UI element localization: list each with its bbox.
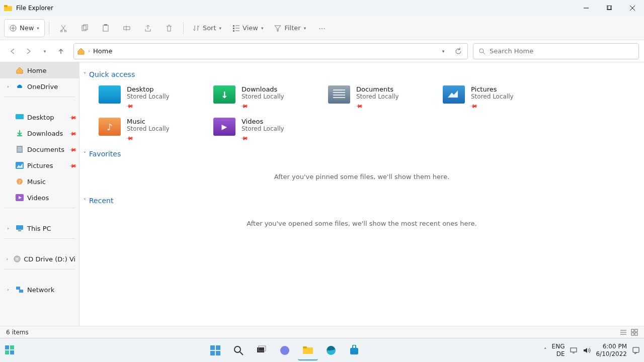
recent-locations-button[interactable]: ▾ xyxy=(37,44,52,59)
search-box[interactable] xyxy=(473,43,639,59)
taskbar-chat[interactable] xyxy=(275,340,295,360)
filter-button[interactable]: Filter ▾ xyxy=(269,19,311,37)
window-title: File Explorer xyxy=(16,5,53,12)
taskbar-start[interactable] xyxy=(205,340,225,360)
svg-rect-50 xyxy=(5,350,9,354)
section-recent[interactable]: ˅ Recent xyxy=(84,195,640,210)
up-button[interactable] xyxy=(53,44,68,59)
minimize-button[interactable] xyxy=(575,0,598,16)
quick-access-desktop[interactable]: Desktop Stored Locally 📌 xyxy=(84,83,198,116)
notification-icon xyxy=(632,346,640,354)
quick-access-music[interactable]: Music Stored Locally 📌 xyxy=(84,116,198,148)
delete-icon xyxy=(165,24,173,32)
breadcrumb-home[interactable]: Home xyxy=(93,47,112,55)
tiles-view-button[interactable] xyxy=(631,329,638,336)
sidebar-item-downloads[interactable]: Downloads 📌 xyxy=(0,125,79,141)
share-button[interactable] xyxy=(138,19,158,37)
videos-icon xyxy=(15,193,24,202)
folder-icon xyxy=(302,345,313,355)
svg-point-60 xyxy=(280,346,289,355)
address-dropdown[interactable]: ▾ xyxy=(437,49,449,54)
paste-button[interactable] xyxy=(96,19,116,37)
time: 6:00 PM xyxy=(596,343,627,350)
svg-rect-51 xyxy=(10,350,14,354)
more-button[interactable]: ⋯ xyxy=(312,19,332,37)
forward-button[interactable] xyxy=(21,44,36,59)
sidebar-item-home[interactable]: Home xyxy=(0,62,79,78)
videos-icon xyxy=(213,118,235,136)
taskbar-widgets[interactable] xyxy=(4,344,16,356)
network-tray-icon[interactable] xyxy=(570,347,578,354)
chevron-down-icon: ▾ xyxy=(304,26,306,31)
sidebar-item-onedrive[interactable]: › OneDrive xyxy=(0,78,79,95)
sidebar-item-network[interactable]: › Network xyxy=(0,282,79,298)
svg-rect-40 xyxy=(19,290,23,293)
quick-access-documents[interactable]: Documents Stored Locally 📌 xyxy=(313,83,428,116)
svg-rect-19 xyxy=(233,28,234,29)
taskview-icon xyxy=(256,345,267,356)
taskbar-taskview[interactable] xyxy=(252,340,272,360)
refresh-button[interactable] xyxy=(452,48,464,55)
quick-access-downloads[interactable]: Downloads Stored Locally 📌 xyxy=(198,83,313,116)
notifications-tray-icon[interactable] xyxy=(632,346,640,354)
close-button[interactable] xyxy=(621,0,644,16)
clock[interactable]: 6:00 PM 6/10/2022 xyxy=(596,343,627,357)
svg-point-24 xyxy=(479,49,484,53)
svg-rect-26 xyxy=(16,114,24,119)
taskbar-edge[interactable] xyxy=(321,340,341,360)
quick-access-videos[interactable]: Videos Stored Locally 📌 xyxy=(198,116,313,148)
edge-icon xyxy=(326,345,337,356)
sidebar-item-label: CD Drive (D:) Virtua xyxy=(24,255,76,263)
volume-icon xyxy=(583,347,591,354)
sidebar-item-cddrive[interactable]: › CD Drive (D:) Virtua xyxy=(0,251,79,267)
cut-button[interactable] xyxy=(53,19,73,37)
volume-tray-icon[interactable] xyxy=(583,347,591,354)
sidebar-item-desktop[interactable]: Desktop 📌 xyxy=(0,109,79,125)
pc-icon xyxy=(15,224,24,233)
pictures-icon xyxy=(15,161,24,170)
sidebar-item-thispc[interactable]: › This PC xyxy=(0,220,79,236)
chevron-down-icon: ˅ xyxy=(84,198,86,204)
maximize-button[interactable] xyxy=(598,0,621,16)
title-bar: File Explorer xyxy=(0,0,644,16)
section-label: Quick access xyxy=(89,70,135,78)
pin-icon: 📌 xyxy=(355,102,363,110)
delete-button[interactable] xyxy=(159,19,179,37)
new-button[interactable]: New ▾ xyxy=(4,19,45,37)
tray-overflow[interactable]: ˄ xyxy=(544,347,547,353)
section-quick-access[interactable]: ˅ Quick access xyxy=(84,68,640,83)
date: 6/10/2022 xyxy=(596,350,627,357)
language-indicator[interactable]: ENG DE xyxy=(552,343,565,357)
back-button[interactable] xyxy=(5,44,20,59)
copy-button[interactable] xyxy=(74,19,95,37)
network-icon xyxy=(15,285,24,294)
search-input[interactable] xyxy=(490,47,633,55)
address-bar[interactable]: › Home ▾ xyxy=(73,43,468,59)
svg-rect-62 xyxy=(303,346,307,348)
sidebar-item-label: Documents xyxy=(27,146,64,153)
section-label: Recent xyxy=(89,197,113,205)
sort-button[interactable]: Sort ▾ xyxy=(188,19,226,37)
sidebar-item-documents[interactable]: Documents 📌 xyxy=(0,141,79,157)
svg-line-57 xyxy=(240,352,243,355)
sidebar-item-label: This PC xyxy=(27,225,51,232)
pin-icon: 📌 xyxy=(126,134,134,142)
sidebar-item-music[interactable]: ♪ Music xyxy=(0,173,79,190)
taskbar-search[interactable] xyxy=(228,340,249,360)
taskbar-explorer[interactable] xyxy=(298,340,318,360)
section-favorites[interactable]: ˅ Favorites xyxy=(84,148,640,163)
taskbar-store[interactable] xyxy=(344,340,364,360)
lang-primary: ENG xyxy=(552,343,565,350)
details-view-button[interactable] xyxy=(620,329,627,336)
sidebar: Home › OneDrive Desktop 📌 Downloads 📌 Do… xyxy=(0,62,79,326)
view-button[interactable]: View ▾ xyxy=(227,19,268,37)
sidebar-item-pictures[interactable]: Pictures 📌 xyxy=(0,157,79,173)
svg-rect-64 xyxy=(350,348,358,354)
quick-access-pictures[interactable]: Pictures Stored Locally 📌 xyxy=(428,83,542,116)
rename-button[interactable] xyxy=(117,19,137,37)
documents-icon xyxy=(328,85,350,104)
app-icon xyxy=(4,4,12,12)
sidebar-item-videos[interactable]: Videos xyxy=(0,190,79,206)
item-name: Pictures xyxy=(471,85,514,93)
content-area: ˅ Quick access Desktop Stored Locally 📌 … xyxy=(79,62,644,326)
